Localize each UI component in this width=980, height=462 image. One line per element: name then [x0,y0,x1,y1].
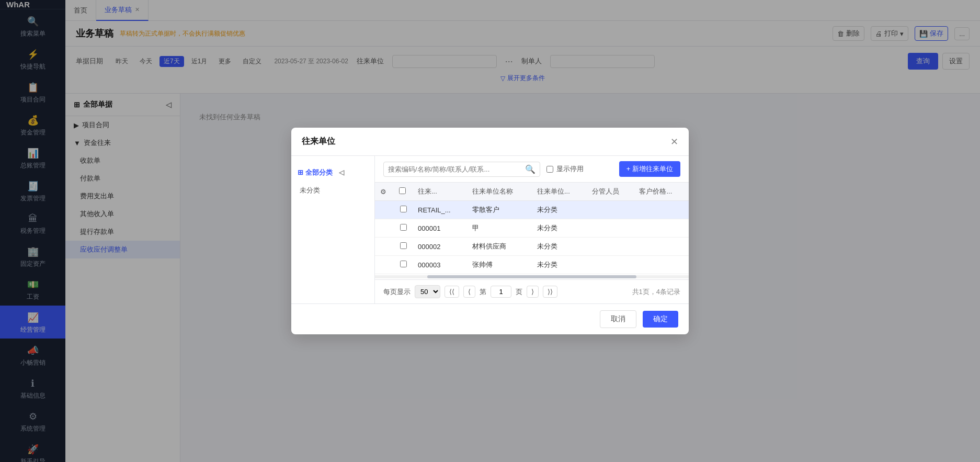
page-suffix: 页 [516,287,522,297]
last-page-button[interactable]: ⟩⟩ [543,286,557,298]
row-check-cell[interactable] [394,219,413,238]
row-name-cell: 甲 [467,219,532,238]
col-price-label: 客户价格... [639,187,672,195]
row-salesperson-cell [587,219,634,238]
row-setting-cell [375,256,394,274]
pagination-total: 共1页，4条记录 [632,287,680,297]
row-price-cell [634,219,689,238]
row-salesperson-cell [587,201,634,219]
row-salesperson-cell [587,256,634,274]
show-disabled-label: 显示停用 [556,164,584,174]
modal-tree-unclassified[interactable]: 未分类 [291,183,374,198]
col-salesperson-label: 分管人员 [592,187,619,195]
row-check-cell[interactable] [394,238,413,256]
show-disabled-check[interactable] [546,166,553,173]
modal-body: ⊞ 全部分类 ◁ 未分类 🔍 显示停用 [291,156,689,303]
row-code-cell: RETAIL_... [413,201,467,219]
modal-title: 往来单位 [302,136,666,147]
row-category-cell: 未分类 [532,201,587,219]
table-row[interactable]: 000003 张帅傅 未分类 [375,256,689,274]
modal-horizontal-scrollbar[interactable] [375,275,689,278]
row-code-cell: 000003 [413,256,467,274]
col-name-label: 往来单位名称 [472,187,513,195]
row-category-cell: 未分类 [532,219,587,238]
row-check-cell[interactable] [394,256,413,274]
modal-search-input[interactable] [388,165,522,173]
add-partner-button[interactable]: + 新增往来单位 [619,161,680,177]
table-row[interactable]: RETAIL_... 零散客户 未分类 [375,201,689,219]
modal-category-header[interactable]: ⊞ 全部分类 ◁ [291,162,374,183]
next-page-button[interactable]: ⟩ [527,286,539,298]
col-header-category: 往来单位... [532,183,587,201]
settings-small-icon: ⚙ [380,188,386,196]
modal-footer: 取消 确定 [291,303,689,334]
grid-small-icon: ⊞ [298,168,303,176]
modal-overlay[interactable]: 往来单位 ✕ ⊞ 全部分类 ◁ 未分类 [0,0,980,462]
modal-table-wrap: ⚙ 往来... 往来单位名称 往来单位... [375,183,689,279]
per-page-label: 每页显示 [383,287,411,297]
col-header-setting: ⚙ [375,183,394,201]
modal-right-panel: 🔍 显示停用 + 新增往来单位 ⚙ [375,156,689,303]
partner-modal: 往来单位 ✕ ⊞ 全部分类 ◁ 未分类 [291,128,689,334]
first-page-button[interactable]: ⟨⟨ [445,286,459,298]
row-name-cell: 零散客户 [467,201,532,219]
per-page-select[interactable]: 50 [415,285,440,298]
row-price-cell [634,201,689,219]
select-all-checkbox[interactable] [399,187,406,194]
col-header-price-level: 客户价格... [634,183,689,201]
col-header-salesperson: 分管人员 [587,183,634,201]
row-code-cell: 000001 [413,219,467,238]
modal-left-panel: ⊞ 全部分类 ◁ 未分类 [291,156,375,303]
row-category-cell: 未分类 [532,238,587,256]
prev-page-button[interactable]: ⟨ [463,286,475,298]
col-code-label: 往来... [418,187,437,195]
table-row[interactable]: 000001 甲 未分类 [375,219,689,238]
modal-collapse-icon[interactable]: ◁ [335,165,348,179]
table-row[interactable]: 000002 材料供应商 未分类 [375,238,689,256]
col-header-code: 往来... [413,183,467,201]
row-setting-cell [375,219,394,238]
modal-header: 往来单位 ✕ [291,128,689,156]
modal-search-box[interactable]: 🔍 [383,162,540,177]
col-header-check [394,183,413,201]
modal-scrollbar-thumb[interactable] [427,275,636,278]
page-label: 第 [480,287,486,297]
modal-category-label: 全部分类 [305,168,333,177]
row-price-cell [634,238,689,256]
row-code-cell: 000002 [413,238,467,256]
table-header-row: ⚙ 往来... 往来单位名称 往来单位... [375,183,689,201]
col-header-name: 往来单位名称 [467,183,532,201]
row-price-cell [634,256,689,274]
current-page-input[interactable] [491,286,511,298]
modal-tree-label: 未分类 [300,186,320,194]
row-setting-cell [375,238,394,256]
row-check-cell[interactable] [394,201,413,219]
show-disabled-checkbox[interactable]: 显示停用 [546,164,584,174]
row-name-cell: 张帅傅 [467,256,532,274]
modal-pagination: 每页显示 50 ⟨⟨ ⟨ 第 页 ⟩ ⟩⟩ 共1页，4条记录 [375,279,689,303]
modal-close-button[interactable]: ✕ [670,137,678,147]
search-icon: 🔍 [525,164,535,174]
row-salesperson-cell [587,238,634,256]
row-name-cell: 材料供应商 [467,238,532,256]
row-setting-cell [375,201,394,219]
confirm-button[interactable]: 确定 [643,311,678,328]
partner-table: ⚙ 往来... 往来单位名称 往来单位... [375,183,689,274]
cancel-button[interactable]: 取消 [600,310,636,328]
modal-toolbar: 🔍 显示停用 + 新增往来单位 [375,156,689,183]
col-category-label: 往来单位... [537,187,570,195]
row-category-cell: 未分类 [532,256,587,274]
